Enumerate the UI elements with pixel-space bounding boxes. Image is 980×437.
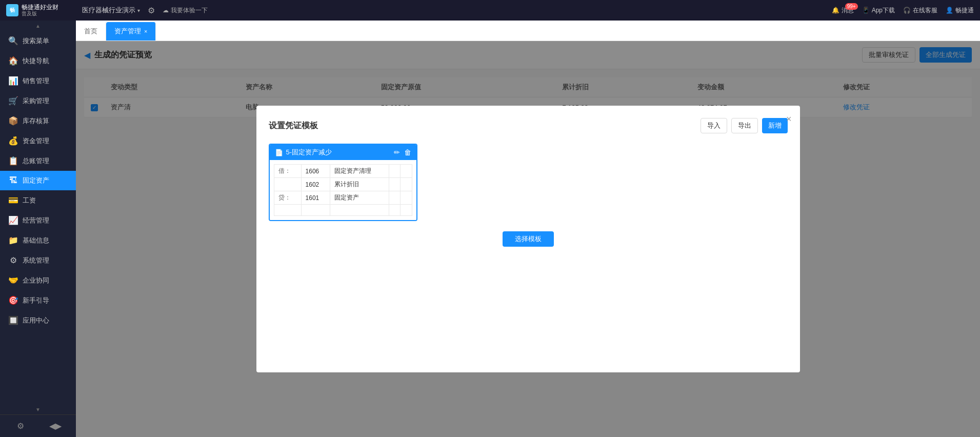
app-download-action[interactable]: 📱 App下载 <box>862 6 895 15</box>
search-icon: 🔍 <box>8 36 18 46</box>
sidebar-item-search[interactable]: 🔍 搜索菜单 <box>0 31 76 51</box>
header-right-actions: 🔔 消息 99+ 📱 App下载 🎧 在线客服 👤 畅捷通 <box>832 6 974 15</box>
sidebar-item-guide[interactable]: 🎯 新手引导 <box>0 290 76 310</box>
template-empty-2 <box>301 205 330 216</box>
logo-area: 畅 畅捷通好业财 普及版 <box>6 4 82 17</box>
sidebar-item-payroll[interactable]: 💳 工资 <box>0 190 76 210</box>
headset-icon: 🎧 <box>903 7 911 14</box>
template-code-1601: 1601 <box>301 191 330 205</box>
experience-button[interactable]: ☁ 我要体验一下 <box>163 6 208 15</box>
sidebar-item-inventory[interactable]: 📦 库存核算 <box>0 111 76 131</box>
tab-asset-management[interactable]: 资产管理 × <box>106 22 156 41</box>
chevron-down-icon: ▾ <box>137 8 140 13</box>
system-icon: ⚙ <box>8 255 18 265</box>
user-icon: 👤 <box>946 7 953 14</box>
template-card-header: 📄 5-固定资产减少 ✏ 🗑 <box>270 145 416 160</box>
logo-main-text: 畅捷通好业财 <box>22 4 58 11</box>
settings-button[interactable]: ⚙ <box>144 3 158 17</box>
logo-icon: 畅 <box>6 4 18 16</box>
sidebar: ▲ 🔍 搜索菜单 🏠 快捷导航 📊 销售管理 🛒 采购管理 📦 库存核算 💰 资… <box>0 21 76 437</box>
template-table: 借： 1606 固定资产清理 1602 <box>274 164 412 216</box>
template-code-1602: 1602 <box>301 178 330 191</box>
tab-home[interactable]: 首页 <box>76 22 106 41</box>
sales-icon: 📊 <box>8 76 18 86</box>
template-delete-icon[interactable]: 🗑 <box>404 148 411 156</box>
template-account-name-2: 累计折旧 <box>330 178 389 191</box>
select-template-button[interactable]: 选择模板 <box>503 231 554 247</box>
guide-icon: 🎯 <box>8 295 18 305</box>
template-name: 5-固定资产减少 <box>286 148 332 157</box>
modal-close-button[interactable]: × <box>786 114 792 125</box>
online-service-action[interactable]: 🎧 在线客服 <box>903 6 937 15</box>
logo-sub-text: 普及版 <box>22 11 58 17</box>
top-header: 畅 畅捷通好业财 普及版 医疗器械行业演示 ▾ ⚙ ☁ 我要体验一下 🔔 消息 … <box>0 0 980 21</box>
notifications-badge: 99+ <box>845 3 858 10</box>
template-row-3: 贷： 1601 固定资产 <box>274 191 412 205</box>
apps-icon: 🔲 <box>8 315 18 325</box>
template-card: 📄 5-固定资产减少 ✏ 🗑 <box>269 144 417 221</box>
notifications-action[interactable]: 🔔 消息 99+ <box>832 6 854 15</box>
template-row-4 <box>274 205 412 216</box>
sidebar-scroll-down[interactable]: ▼ <box>0 404 76 414</box>
sidebar-item-system[interactable]: ⚙ 系统管理 <box>0 250 76 270</box>
template-col3-3 <box>389 191 401 205</box>
select-template-container: 选择模板 <box>269 231 788 247</box>
management-icon: 📈 <box>8 215 18 225</box>
sidebar-item-ledger[interactable]: 📋 总账管理 <box>0 151 76 171</box>
template-debit-label: 借： <box>274 165 301 178</box>
user-action[interactable]: 👤 畅捷通 <box>946 6 974 15</box>
template-account-name-3: 固定资产 <box>330 191 389 205</box>
modal-header-actions: 导入 导出 新增 <box>701 118 788 133</box>
sidebar-item-enterprise[interactable]: 🤝 企业协同 <box>0 270 76 290</box>
template-col4-3 <box>401 191 412 205</box>
phone-icon: 📱 <box>862 7 870 14</box>
template-empty-label-1 <box>274 178 301 191</box>
sidebar-bottom: ⚙ ◀▶ <box>0 414 76 437</box>
modal-body: 📄 5-固定资产减少 ✏ 🗑 <box>269 144 788 360</box>
sidebar-item-fixed-assets[interactable]: 🏗 固定资产 <box>0 171 76 190</box>
template-code-1606: 1606 <box>301 165 330 178</box>
modal-header: 设置凭证模板 导入 导出 新增 <box>269 118 788 133</box>
template-col3-1 <box>389 165 401 178</box>
template-col3-2 <box>389 178 401 191</box>
company-name: 医疗器械行业演示 <box>82 6 135 15</box>
main-layout: ▲ 🔍 搜索菜单 🏠 快捷导航 📊 销售管理 🛒 采购管理 📦 库存核算 💰 资… <box>0 21 980 437</box>
ledger-icon: 📋 <box>8 156 18 166</box>
inventory-icon: 📦 <box>8 116 18 126</box>
template-col4-1 <box>401 165 412 178</box>
page-content: ◀ 生成的凭证预览 批量审核凭证 全部生成凭证 变动类型 <box>76 41 980 437</box>
sidebar-item-quicknav[interactable]: 🏠 快捷导航 <box>0 51 76 71</box>
template-body: 借： 1606 固定资产清理 1602 <box>270 160 416 220</box>
template-card-header-left: 📄 5-固定资产减少 <box>275 148 332 157</box>
sidebar-item-funds[interactable]: 💰 资金管理 <box>0 131 76 151</box>
template-empty-3 <box>330 205 389 216</box>
company-selector[interactable]: 医疗器械行业演示 ▾ <box>82 6 140 15</box>
new-button[interactable]: 新增 <box>762 118 788 133</box>
sidebar-item-apps[interactable]: 🔲 应用中心 <box>0 310 76 330</box>
template-row-2: 1602 累计折旧 <box>274 178 412 191</box>
tab-bar: 首页 资产管理 × <box>76 21 980 41</box>
cloud-icon: ☁ <box>163 7 169 14</box>
tab-close-icon[interactable]: × <box>144 28 147 34</box>
settings-bottom-button[interactable]: ⚙ <box>4 419 37 433</box>
template-col4-2 <box>401 178 412 191</box>
payroll-icon: 💳 <box>8 195 18 205</box>
template-card-actions: ✏ 🗑 <box>394 148 411 156</box>
import-button[interactable]: 导入 <box>701 118 727 133</box>
collapse-sidebar-button[interactable]: ◀▶ <box>39 419 72 433</box>
template-empty-1 <box>274 205 301 216</box>
sidebar-item-purchase[interactable]: 🛒 采购管理 <box>0 91 76 111</box>
template-credit-label: 贷： <box>274 191 301 205</box>
bell-icon: 🔔 <box>832 7 839 14</box>
template-edit-icon[interactable]: ✏ <box>394 148 400 156</box>
modal-title: 设置凭证模板 <box>269 121 318 131</box>
content-area: 首页 资产管理 × ◀ 生成的凭证预览 批量审核凭证 全部生成凭证 <box>76 21 980 437</box>
export-button[interactable]: 导出 <box>731 118 758 133</box>
home-icon: 🏠 <box>8 56 18 66</box>
sidebar-scroll-up[interactable]: ▲ <box>0 21 76 31</box>
sidebar-item-sales[interactable]: 📊 销售管理 <box>0 71 76 91</box>
sidebar-item-basic-info[interactable]: 📁 基础信息 <box>0 230 76 250</box>
modal-overlay: × 设置凭证模板 导入 导出 新增 <box>76 41 980 437</box>
sidebar-item-management[interactable]: 📈 经营管理 <box>0 210 76 230</box>
template-row-1: 借： 1606 固定资产清理 <box>274 165 412 178</box>
